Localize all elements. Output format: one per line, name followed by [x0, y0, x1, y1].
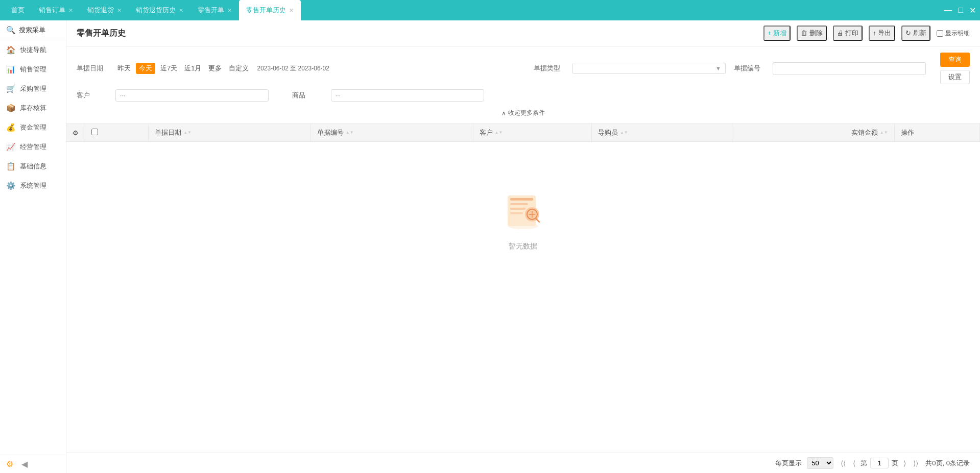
svg-rect-4: [510, 208, 525, 210]
sales-icon: 📊: [6, 65, 16, 74]
sidebar-item-basic-info[interactable]: 📋 基础信息: [0, 157, 66, 176]
sidebar-item-system[interactable]: ⚙️ 系统管理: [0, 176, 66, 195]
date-opt-custom[interactable]: 自定义: [227, 63, 251, 73]
prev-page-button[interactable]: ⟨: [851, 458, 857, 468]
settings-gear-icon[interactable]: ⚙: [6, 459, 13, 469]
th-doc-no-sort-icon[interactable]: ▲▼: [346, 131, 354, 135]
tab-retail-history[interactable]: 零售开单历史 ✕: [239, 0, 301, 20]
collapse-bar[interactable]: ∧ 收起更多条件: [77, 107, 970, 117]
th-date-label: 单据日期: [155, 128, 181, 137]
tab-sales-order-close[interactable]: ✕: [68, 7, 73, 14]
last-page-button[interactable]: ⟩⟩: [911, 458, 920, 468]
content-area: 零售开单历史 + 新增 🗑 删除 🖨 打印 ↑ 导出 ↻ 刷新 显示明细 单据日…: [66, 20, 980, 473]
tab-return-close[interactable]: ✕: [117, 7, 122, 14]
th-guide-sort-icon[interactable]: ▲▼: [620, 131, 628, 135]
settings-button[interactable]: 设置: [940, 70, 970, 84]
empty-text: 暂无数据: [509, 242, 537, 251]
delete-button[interactable]: 🗑 删除: [797, 26, 827, 41]
tab-return[interactable]: 销货退货 ✕: [80, 0, 129, 20]
per-page-select[interactable]: 50 10 20 100: [807, 457, 833, 469]
add-button[interactable]: + 新增: [763, 26, 791, 41]
maximize-button[interactable]: □: [958, 6, 963, 15]
th-amount-label: 实销金额: [851, 128, 878, 137]
sidebar: 🔍 搜索采单 🏠 快捷导航 📊 销售管理 🛒 采购管理 📦 库存核算 💰: [0, 20, 66, 473]
doc-type-label: 单据类型: [534, 64, 564, 73]
minimize-button[interactable]: —: [944, 6, 952, 15]
tab-sales-order-label: 销售订单: [39, 6, 65, 15]
customer-label: 客户: [77, 91, 107, 100]
tab-retail-order-close[interactable]: ✕: [227, 7, 232, 14]
filter-row-customer: 客户 ··· 商品 ···: [77, 89, 970, 102]
tab-return-history-close[interactable]: ✕: [179, 7, 183, 14]
query-button[interactable]: 查询: [940, 53, 970, 67]
product-placeholder: ···: [336, 92, 341, 99]
sidebar-item-quick-nav[interactable]: 🏠 快捷导航: [0, 40, 66, 60]
svg-rect-3: [510, 203, 528, 205]
tab-return-history-label: 销货退货历史: [136, 6, 176, 15]
th-settings[interactable]: ⚙: [66, 124, 85, 142]
doc-type-select[interactable]: ▼: [572, 63, 726, 74]
date-range-display: 2023-06-02 至 2023-06-02: [257, 64, 329, 73]
sidebar-item-purchase[interactable]: 🛒 采购管理: [0, 79, 66, 98]
toolbar: + 新增 🗑 删除 🖨 打印 ↑ 导出 ↻ 刷新 显示明细: [763, 26, 970, 41]
tab-return-history[interactable]: 销货退货历史 ✕: [129, 0, 190, 20]
tab-retail-history-close[interactable]: ✕: [289, 7, 294, 14]
sidebar-item-sales[interactable]: 📊 销售管理: [0, 60, 66, 79]
sidebar-search-label: 搜索采单: [19, 26, 45, 35]
product-label: 商品: [292, 91, 323, 100]
page-label-prefix: 第: [861, 459, 867, 468]
page-number-input[interactable]: [870, 458, 889, 468]
sidebar-item-label: 销售管理: [20, 65, 46, 74]
tab-home-label: 首页: [11, 6, 25, 15]
empty-illustration: [497, 183, 548, 234]
sidebar-item-finance[interactable]: 💰 资金管理: [0, 118, 66, 137]
page-title: 零售开单历史: [77, 28, 126, 39]
sidebar-item-label: 库存核算: [20, 104, 46, 113]
th-amount: 实销金额 ▲▼: [732, 124, 894, 142]
th-amount-sort-icon[interactable]: ▲▼: [880, 131, 888, 135]
tab-retail-order-label: 零售开单: [198, 6, 224, 15]
display-detail-input[interactable]: [937, 30, 943, 37]
customer-select[interactable]: ···: [115, 89, 269, 102]
sidebar-item-inventory[interactable]: 📦 库存核算: [0, 98, 66, 118]
search-icon: 🔍: [6, 26, 16, 35]
doc-no-input[interactable]: [773, 62, 926, 75]
refresh-button[interactable]: ↻ 刷新: [901, 26, 930, 41]
date-opt-yesterday[interactable]: 昨天: [115, 63, 133, 73]
date-filter-label: 单据日期: [77, 64, 107, 73]
sidebar-search[interactable]: 🔍 搜索采单: [0, 20, 66, 40]
pagination-bar: 每页显示 50 10 20 100 ⟨⟨ ⟨ 第 页 ⟩ ⟩⟩ 共0页, 0条记…: [66, 453, 980, 473]
date-opt-more[interactable]: 更多: [206, 63, 224, 73]
product-select[interactable]: ···: [331, 89, 484, 102]
display-detail-checkbox[interactable]: 显示明细: [937, 29, 970, 38]
th-operation-label: 操作: [901, 129, 914, 136]
tab-home[interactable]: 首页: [4, 0, 32, 20]
svg-rect-2: [510, 198, 533, 201]
table-header-row: ⚙ 单据日期 ▲▼ 单据编号: [66, 124, 980, 142]
tab-sales-order[interactable]: 销售订单 ✕: [32, 0, 80, 20]
tab-retail-order[interactable]: 零售开单 ✕: [190, 0, 239, 20]
th-customer-sort-icon[interactable]: ▲▼: [495, 131, 503, 135]
th-doc-no: 单据编号 ▲▼: [310, 124, 473, 142]
date-opt-today[interactable]: 今天: [136, 63, 155, 74]
th-customer: 客户 ▲▼: [473, 124, 591, 142]
next-page-button[interactable]: ⟩: [901, 458, 908, 468]
select-all-checkbox[interactable]: [91, 129, 98, 135]
th-date-sort-icon[interactable]: ▲▼: [183, 131, 192, 135]
doc-no-label: 单据编号: [734, 64, 764, 73]
total-info: 共0页, 0条记录: [925, 459, 970, 468]
close-button[interactable]: ✕: [969, 6, 976, 15]
print-button[interactable]: 🖨 打印: [833, 26, 863, 41]
th-doc-no-label: 单据编号: [317, 128, 344, 137]
per-page-label: 每页显示: [775, 459, 802, 468]
sidebar-item-label: 采购管理: [20, 84, 46, 93]
table-area: ⚙ 单据日期 ▲▼ 单据编号: [66, 124, 980, 453]
export-button[interactable]: ↑ 导出: [869, 26, 895, 41]
sidebar-item-label: 经营管理: [20, 142, 46, 152]
sidebar-item-operations[interactable]: 📈 经营管理: [0, 137, 66, 157]
first-page-button[interactable]: ⟨⟨: [839, 458, 848, 468]
collapse-sidebar-icon[interactable]: ◀: [21, 459, 28, 469]
window-controls: — □ ✕: [944, 6, 976, 15]
date-opt-7days[interactable]: 近7天: [158, 63, 179, 73]
date-opt-1month[interactable]: 近1月: [182, 63, 203, 73]
